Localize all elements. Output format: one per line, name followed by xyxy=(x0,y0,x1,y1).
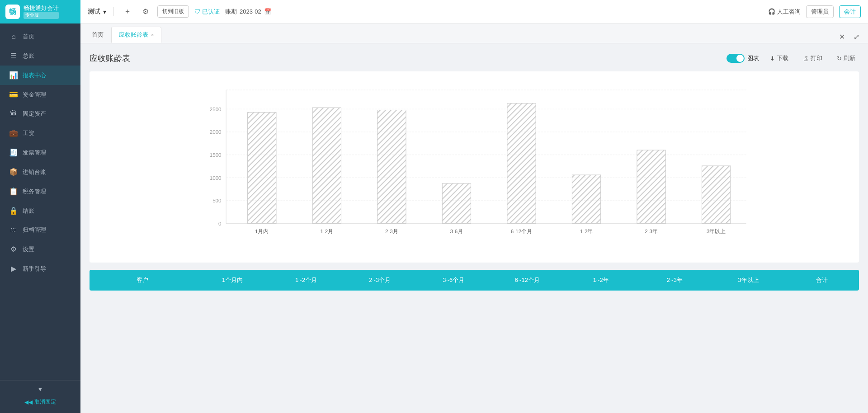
logo-icon: 畅 xyxy=(5,5,20,19)
table-th-客户: 客户 xyxy=(90,270,196,291)
sidebar-label-closing: 结账 xyxy=(23,207,34,215)
sidebar-label-reports: 报表中心 xyxy=(23,71,46,80)
page-actions: 图表 ⬇ 下载 🖨 打印 ↻ 刷新 xyxy=(726,52,859,64)
sidebar-label-ledger: 总账 xyxy=(23,52,34,60)
table-th-12: 1~2年 xyxy=(564,270,638,291)
consult-btn[interactable]: 🎧 人工咨询 xyxy=(768,8,801,16)
print-btn[interactable]: 🖨 打印 xyxy=(799,52,826,64)
table-header: 客户1个月内1~2个月2~3个月3~6个月6~12个月1~2年2~3年3年以上合… xyxy=(90,270,859,291)
ledger-icon: ☰ xyxy=(9,52,18,60)
toggle-thumb xyxy=(736,55,744,62)
cancel-fixed-btn[interactable]: ◀◀ 取消固定 xyxy=(0,394,80,409)
download-btn[interactable]: ⬇ 下载 xyxy=(766,52,792,64)
sidebar-item-settings[interactable]: ⚙设置 xyxy=(0,239,80,259)
bar-6-12month xyxy=(507,103,536,224)
page-title: 应收账龄表 xyxy=(90,53,130,64)
home-tab-label: 首页 xyxy=(92,31,104,39)
sidebar-item-guide[interactable]: ▶新手引导 xyxy=(0,259,80,278)
chart-toggle[interactable]: 图表 xyxy=(726,54,759,63)
svg-text:2-3年: 2-3年 xyxy=(645,228,658,234)
topbar: 测试 ▾ ＋ ⚙ 切到旧版 🛡 已认证 账期 2023-02 📅 🎧 人工咨询 … xyxy=(80,0,868,23)
sidebar-label-invoice: 发票管理 xyxy=(23,149,46,157)
closing-icon: 🔒 xyxy=(9,206,18,215)
tab-home[interactable]: 首页 xyxy=(84,27,111,43)
invoice-icon: 🧾 xyxy=(9,148,18,157)
certified-badge: 🛡 已认证 xyxy=(194,8,220,16)
svg-text:3年以上: 3年以上 xyxy=(707,228,726,234)
settings-btn[interactable]: ⚙ xyxy=(139,5,152,18)
svg-text:1500: 1500 xyxy=(210,152,222,158)
sidebar-item-sales[interactable]: 📦进销台账 xyxy=(0,162,80,182)
sidebar-item-salary[interactable]: 💼工资 xyxy=(0,123,80,143)
bar-3-6month xyxy=(442,183,471,224)
company-name: 测试 xyxy=(88,8,100,16)
sidebar-item-reports[interactable]: 📊报表中心 xyxy=(0,66,80,85)
logo-text-area: 畅捷通好会计 专业版 xyxy=(24,5,59,19)
sales-icon: 📦 xyxy=(9,168,18,176)
table-th-36: 3~6个月 xyxy=(417,270,491,291)
sidebar-item-assets[interactable]: 🏛固定资产 xyxy=(0,104,80,123)
logo-area: 畅 畅捷通好会计 专业版 xyxy=(0,0,80,23)
table-container: 客户1个月内1~2个月2~3个月3~6个月6~12个月1~2年2~3年3年以上合… xyxy=(90,270,859,291)
sidebar-item-home[interactable]: ⌂首页 xyxy=(0,27,80,46)
sidebar: 畅 畅捷通好会计 专业版 ⌂首页☰总账📊报表中心💳资金管理🏛固定资产💼工资🧾发票… xyxy=(0,0,80,413)
add-company-btn[interactable]: ＋ xyxy=(121,5,134,18)
table-th-合计: 合计 xyxy=(785,270,859,291)
sidebar-label-archive: 归档管理 xyxy=(23,226,46,234)
page-content: 应收账龄表 图表 ⬇ 下载 🖨 打印 ↻ 刷新 xyxy=(80,43,868,413)
sidebar-item-archive[interactable]: 🗂归档管理 xyxy=(0,221,80,239)
sidebar-item-closing[interactable]: 🔒结账 xyxy=(0,201,80,221)
period-info: 账期 2023-02 📅 xyxy=(225,8,271,16)
switch-version-btn[interactable]: 切到旧版 xyxy=(157,5,189,18)
tax-icon: 📋 xyxy=(9,187,18,196)
sidebar-label-settings: 设置 xyxy=(23,245,34,253)
svg-text:2-3月: 2-3月 xyxy=(385,228,398,234)
table-th-23: 2~3个月 xyxy=(343,270,417,291)
salary-icon: 💼 xyxy=(9,129,18,137)
sidebar-footer: ▼ ◀◀ 取消固定 xyxy=(0,380,80,413)
aging-tab-label: 应收账龄表 xyxy=(119,31,148,39)
refresh-btn[interactable]: ↻ 刷新 xyxy=(833,52,859,64)
bar-1month xyxy=(248,113,276,224)
reports-icon: 📊 xyxy=(9,71,18,80)
guide-icon: ▶ xyxy=(9,264,18,273)
calendar-icon[interactable]: 📅 xyxy=(264,8,271,15)
table-th-23: 2~3年 xyxy=(638,270,712,291)
tab-close-btn[interactable]: × xyxy=(151,32,154,38)
funds-icon: 💳 xyxy=(9,90,18,99)
tab-aging-report[interactable]: 应收账龄表 × xyxy=(111,27,161,43)
expand-tab-btn[interactable]: ⤢ xyxy=(850,30,863,43)
svg-text:1-2月: 1-2月 xyxy=(320,228,333,234)
sidebar-label-guide: 新手引导 xyxy=(23,265,46,273)
sidebar-item-tax[interactable]: 📋税务管理 xyxy=(0,182,80,201)
headset-icon: 🎧 xyxy=(768,8,775,15)
sidebar-item-ledger[interactable]: ☰总账 xyxy=(0,46,80,66)
toggle-track[interactable] xyxy=(726,54,745,63)
period-value: 2023-02 xyxy=(240,8,261,15)
role-btn[interactable]: 会计 xyxy=(839,5,861,18)
company-selector[interactable]: 测试 ▾ xyxy=(88,8,106,16)
assets-icon: 🏛 xyxy=(9,110,18,118)
topbar-divider1 xyxy=(113,7,114,16)
close-tab-btn[interactable]: ✕ xyxy=(835,30,848,43)
sidebar-item-funds[interactable]: 💳资金管理 xyxy=(0,85,80,104)
tabbar: 首页 应收账龄表 × ✕ ⤢ xyxy=(80,23,868,43)
bar-1-2month xyxy=(312,108,341,224)
sidebar-label-sales: 进销台账 xyxy=(23,168,46,176)
topbar-right: 🎧 人工咨询 管理员 会计 xyxy=(768,5,861,18)
app-name: 畅捷通好会计 xyxy=(24,5,59,12)
scroll-down-arrow[interactable]: ▼ xyxy=(0,384,80,394)
svg-text:2500: 2500 xyxy=(210,106,222,112)
sidebar-item-invoice[interactable]: 🧾发票管理 xyxy=(0,143,80,162)
sidebar-label-funds: 资金管理 xyxy=(23,91,46,99)
svg-text:3-6月: 3-6月 xyxy=(450,228,463,234)
refresh-icon: ↻ xyxy=(837,55,842,62)
user-btn[interactable]: 管理员 xyxy=(806,5,834,18)
table-th-3: 3年以上 xyxy=(712,270,785,291)
tab-actions: ✕ ⤢ xyxy=(835,30,868,43)
certified-label: 已认证 xyxy=(202,8,220,16)
sidebar-label-home: 首页 xyxy=(23,33,34,41)
svg-text:0: 0 xyxy=(218,221,221,226)
download-icon: ⬇ xyxy=(770,55,775,62)
bar-chart: 0 500 1000 1500 2000 2500 xyxy=(99,80,850,252)
